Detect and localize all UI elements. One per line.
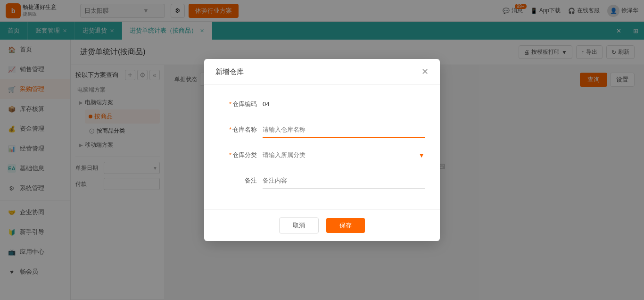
warehouse-code-input[interactable] xyxy=(263,96,425,112)
modal-title: 新增仓库 xyxy=(215,67,244,76)
warehouse-note-row: 备注 xyxy=(219,173,425,189)
modal-header: 新增仓库 ✕ xyxy=(204,59,440,85)
new-warehouse-modal: 新增仓库 ✕ 仓库编码 仓库名称 仓库分类 ▼ xyxy=(204,59,440,241)
warehouse-note-input[interactable] xyxy=(263,173,425,189)
save-button[interactable]: 保存 xyxy=(326,218,365,233)
modal-footer: 取消 保存 xyxy=(204,209,440,241)
warehouse-category-label: 仓库分类 xyxy=(219,151,257,159)
warehouse-name-input[interactable] xyxy=(263,122,425,138)
modal-overlay: 新增仓库 ✕ 仓库编码 仓库名称 仓库分类 ▼ xyxy=(0,0,644,300)
modal-close-button[interactable]: ✕ xyxy=(421,67,429,77)
category-select-arrow-icon: ▼ xyxy=(418,151,425,159)
warehouse-note-label: 备注 xyxy=(219,176,257,185)
warehouse-name-row: 仓库名称 xyxy=(219,122,425,138)
warehouse-category-select[interactable]: ▼ xyxy=(263,147,425,163)
warehouse-name-label: 仓库名称 xyxy=(219,125,257,134)
modal-body: 仓库编码 仓库名称 仓库分类 ▼ 备注 xyxy=(204,85,440,209)
cancel-button[interactable]: 取消 xyxy=(279,217,319,233)
warehouse-code-row: 仓库编码 xyxy=(219,96,425,112)
warehouse-category-row: 仓库分类 ▼ xyxy=(219,147,425,163)
warehouse-category-input[interactable] xyxy=(263,150,418,160)
warehouse-code-label: 仓库编码 xyxy=(219,100,257,108)
